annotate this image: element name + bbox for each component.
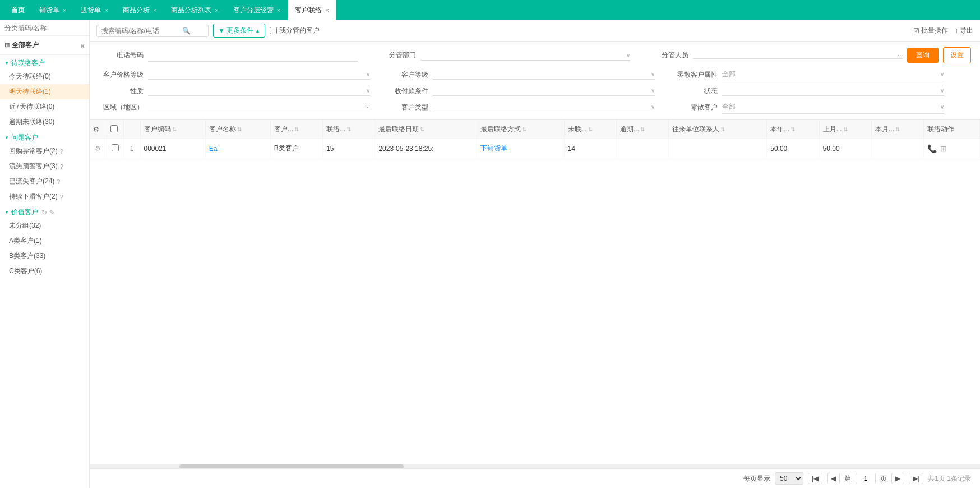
sidebar-item-declining[interactable]: 持续下滑客户(2) ?: [0, 189, 89, 204]
col-person-header[interactable]: 往来单位联系人⇅: [669, 120, 767, 139]
prev-page-button[interactable]: ◀: [827, 473, 840, 484]
label-manager: 分管人员: [644, 50, 688, 60]
col-last-contact-way-header[interactable]: 最后联络方式⇅: [477, 120, 564, 139]
table-header-row: ⚙ 客户编码⇅ 客户名称⇅ 客户...⇅ 联络...⇅ 最后联络日期⇅ 最后联络…: [90, 120, 980, 139]
nav-sales-order[interactable]: 销货单 ×: [33, 0, 73, 20]
collapse-icon[interactable]: «: [80, 41, 85, 50]
sidebar-item-today[interactable]: 今天待联络(0): [0, 69, 89, 84]
col-uncontact-header[interactable]: 未联...⇅: [564, 120, 616, 139]
nav-home[interactable]: 首页: [4, 0, 31, 20]
settings-button[interactable]: 设置: [943, 47, 971, 63]
section-problem-customers: ▼ 问题客户: [0, 130, 89, 144]
action-more-0[interactable]: ⊞: [940, 144, 947, 153]
sidebar-item-ungrouped[interactable]: 未分组(32): [0, 218, 89, 233]
sidebar-item-churn-warning[interactable]: 流失预警客户(3) ?: [0, 159, 89, 174]
customer-grade-select[interactable]: ∨: [433, 70, 655, 80]
sidebar-item-c-class[interactable]: C类客户(6): [0, 264, 89, 279]
sidebar-item-a-class[interactable]: A类客户(1): [0, 233, 89, 248]
main-search-input[interactable]: [101, 27, 180, 35]
col-this-month-header[interactable]: 本月...⇅: [871, 120, 923, 139]
nav-customer-contact[interactable]: 客户联络 ×: [288, 0, 335, 20]
refresh-icon[interactable]: ↻: [41, 209, 47, 217]
price-grade-select[interactable]: ∨: [148, 70, 370, 80]
export-button[interactable]: ↑ 导出: [955, 26, 973, 35]
my-customer-check-input[interactable]: [270, 27, 277, 34]
section-pending-contact: ▼ 待联络客户: [0, 55, 89, 69]
manager-dots[interactable]: ···: [898, 52, 903, 58]
nav-customer-segment[interactable]: 客户分层经营 ×: [226, 0, 287, 20]
nav-purchase-order[interactable]: 进货单 ×: [74, 0, 114, 20]
batch-operation-button[interactable]: ☑ 批量操作: [913, 26, 948, 35]
main-layout: 🔍 ⊞ 全部客户 « ▼ 待联络客户 今天待联络(0) 明天待联络(1) 近7天…: [0, 20, 980, 488]
filter-row-1: 电话号码 分管部门 ∨ 分管人员 ··· 查询 设置: [99, 47, 971, 63]
nav-close-analysis-list[interactable]: ×: [215, 7, 218, 13]
edit-icon[interactable]: ✎: [49, 209, 55, 217]
query-button[interactable]: 查询: [907, 48, 939, 63]
row-gear-0[interactable]: ⚙: [90, 139, 107, 158]
customer-type-select[interactable]: ∨: [433, 102, 655, 112]
last-page-button[interactable]: ▶|: [909, 473, 923, 484]
col-last-contact-date-header[interactable]: 最后联络日期⇅: [375, 120, 477, 139]
my-customer-checkbox[interactable]: 我分管的客户: [270, 26, 320, 35]
row-check-0[interactable]: [107, 139, 123, 158]
export-icon: ↑: [955, 27, 958, 35]
page-size-label: 每页显示: [743, 474, 770, 484]
col-type-header[interactable]: 客户...⇅: [270, 120, 322, 139]
help-icon-3: ?: [57, 178, 60, 185]
nav-close-contact[interactable]: ×: [325, 7, 329, 13]
nature-select[interactable]: ∨: [148, 86, 370, 96]
batch-icon: ☑: [913, 27, 919, 35]
status-select[interactable]: ∨: [722, 86, 944, 96]
sidebar-search-input[interactable]: [4, 24, 89, 32]
page-number-input[interactable]: [856, 473, 876, 484]
sidebar-item-7days[interactable]: 近7天待联络(0): [0, 99, 89, 114]
chevron-nature: ∨: [366, 88, 370, 94]
sidebar-all-customers[interactable]: ⊞ 全部客户 «: [0, 36, 89, 55]
nav-product-analysis-list[interactable]: 商品分析列表 ×: [164, 0, 225, 20]
first-page-button[interactable]: |◀: [808, 473, 822, 484]
col-gear-header[interactable]: ⚙: [90, 120, 107, 139]
sort-person: ⇅: [720, 126, 725, 132]
nav-close-sales[interactable]: ×: [63, 7, 66, 13]
row-person-0: [669, 139, 767, 158]
col-name-header[interactable]: 客户名称⇅: [205, 120, 270, 139]
sidebar-search-box: 🔍: [0, 20, 89, 36]
more-filter-button[interactable]: ▼ 更多条件 ▲: [213, 24, 265, 38]
row-this-month-0: [871, 139, 923, 158]
row-last-way-0[interactable]: 下销货单: [477, 139, 564, 158]
sidebar-item-repurchase-abnormal[interactable]: 回购异常客户(2) ?: [0, 144, 89, 159]
region-select[interactable]: ···: [148, 104, 370, 111]
region-dots[interactable]: ···: [365, 104, 370, 111]
sidebar-item-tomorrow[interactable]: 明天待联络(1): [0, 84, 89, 99]
col-last-month-header[interactable]: 上月...⇅: [819, 120, 871, 139]
col-this-year-header[interactable]: 本年...⇅: [767, 120, 819, 139]
label-dept: 分管部门: [371, 50, 416, 60]
nav-product-analysis[interactable]: 商品分析 ×: [116, 0, 163, 20]
nav-close-purchase[interactable]: ×: [104, 7, 108, 13]
col-code-header[interactable]: 客户编码⇅: [140, 120, 205, 139]
scattered-attr-select[interactable]: 全部 ∨: [722, 68, 944, 81]
col-contact-header[interactable]: 联络...⇅: [323, 120, 375, 139]
sidebar-item-overdue[interactable]: 逾期未联络(30): [0, 114, 89, 130]
sidebar-item-churned[interactable]: 已流失客户(24) ?: [0, 174, 89, 189]
sidebar-item-b-class[interactable]: B类客户(33): [0, 248, 89, 264]
label-region: 区域（地区）: [99, 103, 144, 112]
main-search-icon[interactable]: 🔍: [182, 27, 191, 35]
phone-input[interactable]: [148, 49, 358, 61]
action-phone-0[interactable]: 📞: [927, 144, 937, 153]
nav-close-segment[interactable]: ×: [277, 7, 280, 13]
payment-select[interactable]: ∨: [433, 86, 655, 96]
nav-close-analysis[interactable]: ×: [153, 7, 156, 13]
row-type-0: B类客户: [270, 139, 322, 158]
select-all-checkbox[interactable]: [110, 125, 118, 132]
page-size-select[interactable]: 50 100 200: [775, 472, 803, 485]
manager-select[interactable]: ···: [693, 52, 903, 59]
dept-select[interactable]: ∨: [420, 50, 630, 61]
col-check-header[interactable]: [107, 120, 123, 139]
help-icon-1: ?: [60, 148, 63, 155]
scattered-customer-select[interactable]: 全部 ∨: [722, 100, 944, 114]
horizontal-scrollbar[interactable]: [90, 464, 980, 468]
next-page-button[interactable]: ▶: [891, 473, 904, 484]
section-value-customers: ▼ 价值客户 ↻ ✎: [0, 204, 89, 218]
col-overdue-header[interactable]: 逾期...⇅: [616, 120, 668, 139]
